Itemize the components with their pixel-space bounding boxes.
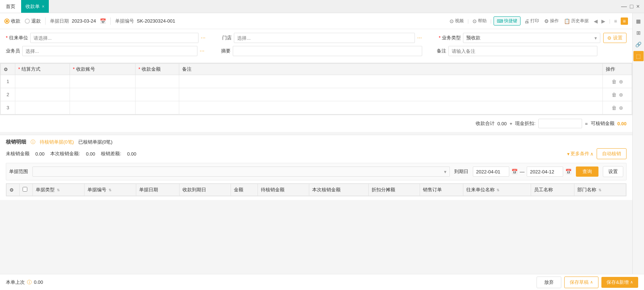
- table-row: 2 🗑 ⊕: [1, 88, 632, 101]
- refund-radio-dot: [25, 19, 30, 24]
- row-2-account-input[interactable]: [70, 88, 135, 101]
- sidebar-icon-1[interactable]: ▦: [633, 16, 644, 26]
- bottom-table-container: ⚙ 单据类型 ⇅ 单据编号 ⇅: [6, 183, 627, 196]
- tab-home[interactable]: 首页: [0, 0, 21, 13]
- staff-input[interactable]: [22, 46, 197, 56]
- this-time-label: 本次核销金额:: [50, 150, 80, 157]
- video-button[interactable]: ⊙ 视频: [448, 17, 465, 25]
- row-1-delete-icon[interactable]: 🗑: [612, 79, 617, 85]
- store-input[interactable]: [234, 33, 415, 43]
- save-new-label: 保存&新增: [606, 279, 629, 286]
- next-arrow[interactable]: ▶: [600, 17, 607, 25]
- footer: 本单上次 ⓘ 0.00 放弃 保存草稿 ∧ 保存&新增 ∧: [0, 274, 644, 290]
- row-3-delete-icon[interactable]: 🗑: [612, 105, 617, 111]
- more-conditions-link[interactable]: ▾ 更多条件 ∧: [567, 150, 594, 157]
- discount-input[interactable]: [538, 119, 582, 128]
- row-2-delete-icon[interactable]: 🗑: [612, 92, 617, 98]
- history-label: 历史单据: [571, 18, 589, 24]
- due-date-end-calendar-icon[interactable]: 📅: [565, 169, 572, 175]
- due-date-start-calendar-icon[interactable]: 📅: [511, 169, 518, 175]
- select-all-checkbox[interactable]: [23, 187, 27, 192]
- row-3-amount-input[interactable]: [136, 101, 179, 114]
- discount-label: 现金折扣:: [515, 120, 535, 127]
- calendar-icon[interactable]: 📅: [100, 18, 106, 24]
- range-select[interactable]: ▾: [32, 166, 450, 177]
- tab-current[interactable]: 收款单 ×: [21, 0, 49, 13]
- staff-more-button[interactable]: ···: [197, 48, 207, 54]
- dept-sort-icon[interactable]: ⇅: [598, 188, 601, 192]
- close-window-button[interactable]: ×: [636, 3, 640, 10]
- business-type-select[interactable]: 预收款 ▾: [463, 33, 600, 43]
- list-view-icon[interactable]: ≡: [621, 17, 628, 25]
- range-field: 单据范围 ▾: [9, 166, 450, 177]
- row-2-remark-input[interactable]: [179, 88, 602, 101]
- table-header-row: ⚙ * 结算方式 * 收款账号 * 收款金额 备注: [1, 64, 632, 75]
- footer-order-value: 0.00: [34, 279, 43, 285]
- bottom-header-number: 单据编号 ⇅: [85, 184, 136, 196]
- row-3-account-input[interactable]: [70, 101, 135, 114]
- row-1-remark-input[interactable]: [179, 75, 602, 88]
- shortcut-label: 快捷键: [504, 18, 517, 24]
- operation-button[interactable]: ⚙ 操作: [543, 17, 560, 25]
- row-1-settle: [15, 75, 70, 88]
- summary-input[interactable]: [233, 46, 422, 56]
- partner-input[interactable]: [30, 33, 199, 43]
- receipt-radio[interactable]: 收款: [4, 18, 20, 24]
- bottom-header-order: 销售订单: [420, 184, 463, 196]
- due-date-start-input[interactable]: [473, 166, 509, 177]
- sidebar-icon-3[interactable]: 🔗: [633, 39, 644, 50]
- store-more-button[interactable]: ···: [415, 35, 424, 41]
- row-3-remark-input[interactable]: [179, 101, 602, 114]
- number-sort-icon[interactable]: ⇅: [109, 188, 111, 192]
- abandon-button[interactable]: 放弃: [537, 277, 561, 288]
- done-tag[interactable]: 已核销单据(0笔): [78, 139, 113, 145]
- sidebar-icon-2[interactable]: ⊞: [633, 28, 644, 38]
- bottom-header-pending: 待核销金额: [258, 184, 309, 196]
- maximize-button[interactable]: □: [630, 3, 633, 10]
- settings-button[interactable]: ⚙ 设置: [603, 33, 627, 43]
- query-button[interactable]: 查询: [576, 166, 598, 177]
- set-button[interactable]: 设置: [603, 166, 623, 177]
- type-sort-icon[interactable]: ⇅: [57, 188, 60, 192]
- verify-info-icon[interactable]: ⓘ: [31, 139, 35, 145]
- row-2-amount-input[interactable]: [136, 88, 179, 101]
- minimize-button[interactable]: —: [621, 3, 627, 10]
- pending-tag[interactable]: 待核销单据(0笔): [40, 139, 74, 145]
- store-field: 门店 ···: [222, 33, 424, 43]
- partner-more-button[interactable]: ···: [199, 35, 208, 41]
- row-3-settle-input[interactable]: [15, 101, 70, 114]
- draft-button[interactable]: 保存草稿 ∧: [564, 277, 598, 288]
- bottom-header-gear[interactable]: ⚙: [7, 184, 20, 196]
- summary-bar: 收款合计 0.00 + 现金折扣: = 可核销金额 0.00: [0, 115, 632, 132]
- auto-verify-button[interactable]: 自动核销: [597, 148, 627, 159]
- row-1-copy-icon[interactable]: ⊕: [619, 79, 623, 85]
- header-remark: 备注: [179, 64, 603, 75]
- row-3-copy-icon[interactable]: ⊕: [619, 105, 623, 111]
- header-gear[interactable]: ⚙: [1, 64, 15, 75]
- sidebar-icon-4[interactable]: ⬚: [633, 51, 644, 61]
- refund-radio[interactable]: 退款: [25, 18, 41, 24]
- row-2-settle-input[interactable]: [15, 88, 70, 101]
- save-new-button[interactable]: 保存&新增 ∧: [601, 277, 638, 288]
- shortcut-button[interactable]: ⌨ 快捷键: [494, 16, 521, 26]
- row-1-amount-input[interactable]: [136, 75, 179, 88]
- receipt-radio-dot: [4, 19, 9, 24]
- remark-input[interactable]: [448, 46, 597, 56]
- menu-icon[interactable]: ≡: [613, 17, 619, 25]
- help-button[interactable]: ⊙ 帮助: [471, 17, 488, 25]
- row-2-action: 🗑 ⊕: [603, 88, 632, 101]
- due-date-end-input[interactable]: [527, 166, 563, 177]
- row-2-copy-icon[interactable]: ⊕: [619, 92, 623, 98]
- history-button[interactable]: 📋 历史单据: [562, 17, 590, 25]
- row-2-amount: [136, 88, 179, 101]
- prev-arrow[interactable]: ◀: [592, 17, 599, 25]
- footer-info-icon[interactable]: ⓘ: [27, 279, 32, 286]
- print-button[interactable]: 🖨 打印: [523, 17, 541, 25]
- date-range-separator: —: [520, 169, 525, 175]
- row-3-settle: [15, 101, 70, 114]
- main-table-container: ⚙ * 结算方式 * 收款账号 * 收款金额 备注: [0, 63, 632, 115]
- tab-close-icon[interactable]: ×: [42, 4, 44, 9]
- row-1-account-input[interactable]: [70, 75, 135, 88]
- partner-sort-icon[interactable]: ⇅: [496, 188, 499, 192]
- row-1-settle-input[interactable]: [15, 75, 70, 88]
